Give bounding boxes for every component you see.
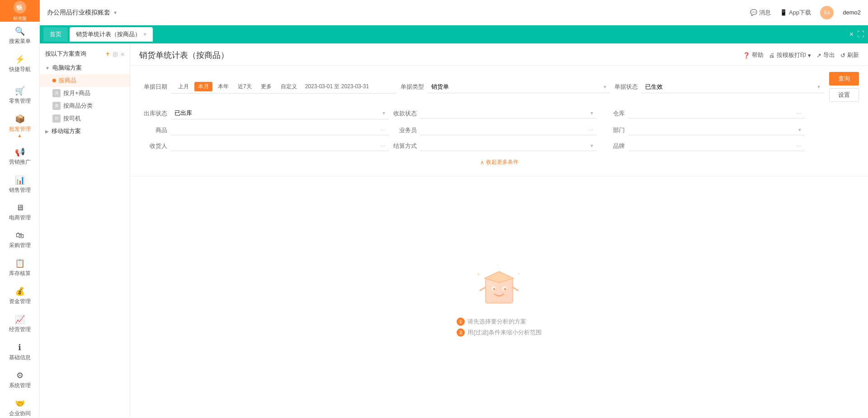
export-button[interactable]: ↗ 导出 xyxy=(816,51,835,59)
sidebar-item-enterprise[interactable]: 🤝 企业协同 xyxy=(0,394,40,418)
warehouse-dots-icon[interactable]: ··· xyxy=(797,110,801,116)
tab-active[interactable]: 销货单统计表（按商品） × xyxy=(70,27,153,42)
doc-status-value: 已生效 xyxy=(645,83,663,91)
sales-icon: 📊 xyxy=(15,175,25,185)
tree-item-mobile[interactable]: ▶ 移动端方案 xyxy=(40,125,130,138)
department-dropdown-icon[interactable]: ▾ xyxy=(798,127,801,133)
filter-row-1: 单据日期 上月 本月 本年 近7天 更多 自定义 2023-03-01 至 20… xyxy=(139,72,859,102)
brand-field[interactable]: ··· xyxy=(628,141,805,151)
sidebar-item-retail[interactable]: 🛒 零售管理 xyxy=(0,81,40,109)
sidebar-item-purchase[interactable]: 🛍 采购管理 xyxy=(0,226,40,254)
doc-status-dropdown-icon[interactable]: ▾ xyxy=(817,84,820,90)
sidebar-item-label: 批发管理 xyxy=(9,125,31,133)
custom-pill[interactable]: 自定义 xyxy=(277,82,301,91)
department-field[interactable]: ▾ xyxy=(628,125,805,135)
product-field[interactable]: ··· xyxy=(171,125,389,135)
tree-item-by-driver[interactable]: 司 按司机 xyxy=(40,112,130,125)
this-month-pill[interactable]: 本月 xyxy=(194,82,212,91)
settlement-field[interactable]: ▾ xyxy=(420,141,597,151)
sidebar-item-nav[interactable]: ⚡ 快捷导航 xyxy=(0,50,40,78)
sidebar-item-search[interactable]: 🔍 搜索菜单 xyxy=(0,22,40,50)
tree-item-desktop-label: 电脑端方案 xyxy=(52,64,82,72)
empty-tip-1: ① 请先选择要分析的方案 xyxy=(457,318,541,326)
reset-button[interactable]: 设置 xyxy=(829,88,859,102)
doc-type-label: 单据类型 xyxy=(396,83,428,91)
wholesale-icon: 📦 xyxy=(15,114,25,124)
receiver-field[interactable]: ··· xyxy=(171,141,389,151)
tree-item-by-product-label: 按商品 xyxy=(59,76,76,85)
tree-item-product-category[interactable]: 类 按商品分类 xyxy=(40,100,130,112)
tab-maximize-button[interactable]: ⛶ xyxy=(857,30,864,38)
message-label: 消息 xyxy=(759,9,771,17)
print-dropdown-icon[interactable]: ▾ xyxy=(808,52,811,59)
template-print-button[interactable]: 🖨 按模板打印 ▾ xyxy=(769,51,811,59)
message-button[interactable]: 💬 消息 xyxy=(750,9,771,17)
sidebar-item-inventory[interactable]: 📋 库存核算 xyxy=(0,254,40,282)
warehouse-field[interactable]: ··· xyxy=(628,108,805,119)
sidebar-item-wholesale[interactable]: 📦 批发管理 ▲ xyxy=(0,109,40,142)
settlement-label: 结算方式 xyxy=(389,142,420,150)
more-pill[interactable]: 更多 xyxy=(257,82,275,91)
tab-home[interactable]: 首页 xyxy=(43,27,68,42)
tree-item-by-product[interactable]: 按商品 xyxy=(40,74,130,87)
refresh-button[interactable]: ↺ 刷新 xyxy=(840,51,859,59)
sidebar-item-operations[interactable]: 📈 经营管理 xyxy=(0,310,40,338)
sidebar-item-ecommerce[interactable]: 🖥 电商管理 xyxy=(0,199,40,226)
salesperson-field[interactable]: ··· xyxy=(420,125,597,135)
doc-type-field[interactable]: 销货单 ▾ xyxy=(428,81,610,93)
date-filter-block: 单据日期 上月 本月 本年 近7天 更多 自定义 2023-03-01 至 20… xyxy=(139,80,396,94)
last-month-pill[interactable]: 上月 xyxy=(175,82,193,91)
payment-status-field[interactable]: ▾ xyxy=(420,108,597,119)
svg-text:✦: ✦ xyxy=(517,272,520,276)
receiver-dots-icon[interactable]: ··· xyxy=(381,142,385,149)
warehouse-status-field[interactable]: 已出库 ▾ xyxy=(171,107,389,119)
finance-icon: 💰 xyxy=(15,286,25,296)
tab-close-button[interactable]: × xyxy=(849,30,854,38)
this-year-pill[interactable]: 本年 xyxy=(214,82,232,91)
doc-status-label: 单据状态 xyxy=(610,83,642,91)
query-button[interactable]: 查询 xyxy=(829,72,859,86)
basic-info-icon: ℹ xyxy=(18,342,21,352)
salesperson-block: 业务员 ··· xyxy=(389,125,597,135)
sidebar-item-basic-info[interactable]: ℹ 基础信息 xyxy=(0,338,40,366)
tree-item-month-product[interactable]: 月 按月+商品 xyxy=(40,87,130,100)
settings-scheme-button[interactable]: ◎ xyxy=(113,50,118,57)
payment-status-dropdown-icon[interactable]: ▾ xyxy=(590,110,593,116)
collapse-bar[interactable]: ∧ 收起更多条件 xyxy=(139,155,859,170)
salesperson-dots-icon[interactable]: ··· xyxy=(589,127,593,133)
help-button[interactable]: ❓ 帮助 xyxy=(743,51,764,59)
warehouse-status-block: 出库状态 已出库 ▾ xyxy=(139,107,389,119)
tip-1-num: ① xyxy=(457,318,465,326)
sidebar-item-marketing[interactable]: 📢 营销推广 xyxy=(0,142,40,171)
print-icon: 🖨 xyxy=(769,52,775,59)
tree-item-desktop[interactable]: ▼ 电脑端方案 xyxy=(40,62,130,74)
doc-type-filter-block: 单据类型 销货单 ▾ xyxy=(396,81,610,93)
header-dropdown-icon[interactable]: ▾ xyxy=(114,10,117,16)
last-7-days-pill[interactable]: 近7天 xyxy=(234,82,255,91)
tab-close-icon[interactable]: × xyxy=(143,31,146,38)
product-dots-icon[interactable]: ··· xyxy=(381,127,385,133)
receiver-label: 收货人 xyxy=(139,142,171,150)
app-download-button[interactable]: 📱 App下载 xyxy=(780,9,811,17)
sidebar-item-system[interactable]: ⚙ 系统管理 xyxy=(0,366,40,394)
sidebar-item-sales[interactable]: 📊 销售管理 xyxy=(0,171,40,199)
avatar[interactable]: Ea xyxy=(820,6,834,19)
settlement-dropdown-icon[interactable]: ▾ xyxy=(590,142,593,149)
sidebar-item-finance[interactable]: 💰 资金管理 xyxy=(0,282,40,310)
enterprise-icon: 🤝 xyxy=(15,399,25,408)
brand-dots-icon[interactable]: ··· xyxy=(797,142,801,149)
logo[interactable]: 畅 标准版 xyxy=(0,0,40,22)
collapse-panel-button[interactable]: « xyxy=(121,50,124,57)
warehouse-status-dropdown-icon[interactable]: ▾ xyxy=(382,110,385,116)
home-tab-label: 首页 xyxy=(50,30,61,38)
doc-status-field[interactable]: 已生效 ▾ xyxy=(642,81,824,93)
user-label: Ea xyxy=(824,10,830,15)
doc-type-dropdown-icon[interactable]: ▾ xyxy=(604,84,606,90)
add-scheme-button[interactable]: + xyxy=(106,50,110,58)
driver-icon: 司 xyxy=(52,114,61,123)
header-right: 💬 消息 📱 App下载 Ea demo2 xyxy=(750,6,861,19)
app-download-icon: 📱 xyxy=(780,9,787,16)
svg-point-7 xyxy=(504,288,506,290)
page-title: 销货单统计表（按商品） xyxy=(139,50,229,61)
username[interactable]: demo2 xyxy=(843,9,861,16)
